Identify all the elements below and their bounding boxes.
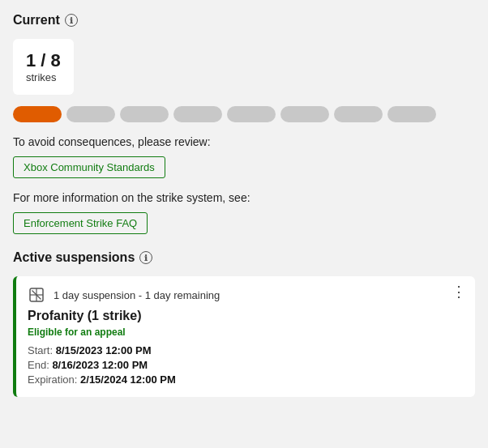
- end-label: End:: [28, 359, 49, 371]
- suspension-card: 1 day suspension - 1 day remaining ⋮ Pro…: [13, 276, 475, 397]
- current-info-icon[interactable]: ℹ: [65, 14, 78, 27]
- expiration-label: Expiration:: [28, 373, 77, 386]
- suspension-header-row: 1 day suspension - 1 day remaining: [28, 286, 464, 304]
- strike-dot-4: [173, 106, 222, 122]
- strike-dot-5: [227, 106, 276, 122]
- more-options-button[interactable]: ⋮: [452, 284, 467, 299]
- strike-dot-1: [13, 106, 62, 122]
- timer-icon: [28, 286, 45, 304]
- start-date-row: Start: 8/15/2023 12:00 PM: [28, 344, 464, 356]
- strike-label: strikes: [26, 71, 61, 83]
- end-date-row: End: 8/16/2023 12:00 PM: [28, 359, 464, 371]
- appeal-badge: Eligible for an appeal: [28, 326, 464, 338]
- suspension-title: Profanity (1 strike): [28, 309, 464, 323]
- active-suspensions-header: Active suspensions ℹ: [13, 250, 475, 265]
- start-label: Start:: [28, 344, 53, 356]
- strike-bar: [13, 106, 475, 122]
- active-suspensions-label: Active suspensions: [13, 250, 135, 265]
- current-section-header: Current ℹ: [13, 13, 475, 28]
- active-suspensions-info-icon[interactable]: ℹ: [139, 251, 152, 264]
- strike-count: 1 / 8: [26, 50, 61, 71]
- expiration-row: Expiration: 2/15/2024 12:00 PM: [28, 373, 464, 386]
- current-label: Current: [13, 13, 60, 28]
- strike-count-card: 1 / 8 strikes: [13, 39, 74, 95]
- strike-dot-6: [280, 106, 329, 122]
- enforcement-strike-faq-button[interactable]: Enforcement Strike FAQ: [13, 212, 148, 234]
- expiration-value: 2/15/2024 12:00 PM: [80, 373, 176, 386]
- main-container: Current ℹ 1 / 8 strikes To avoid consequ…: [0, 0, 488, 410]
- suspension-duration: 1 day suspension - 1 day remaining: [54, 289, 464, 301]
- strike-dot-2: [66, 106, 115, 122]
- end-value: 8/16/2023 12:00 PM: [52, 359, 148, 371]
- review-text: To avoid consequences, please review:: [13, 135, 475, 148]
- xbox-community-standards-button[interactable]: Xbox Community Standards: [13, 156, 165, 178]
- more-info-text: For more information on the strike syste…: [13, 191, 475, 204]
- strike-dot-3: [120, 106, 169, 122]
- strike-dot-8: [387, 106, 436, 122]
- start-value: 8/15/2023 12:00 PM: [56, 344, 152, 356]
- strike-dot-7: [334, 106, 383, 122]
